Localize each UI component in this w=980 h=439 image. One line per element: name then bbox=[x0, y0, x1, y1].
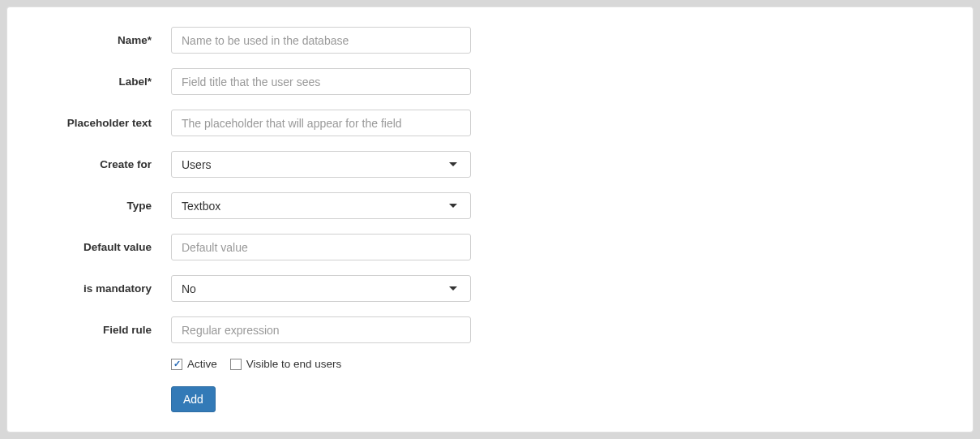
caret-down-icon bbox=[449, 162, 457, 166]
control-field-rule bbox=[171, 316, 471, 343]
default-value-input[interactable] bbox=[171, 234, 471, 260]
action-row: Add bbox=[171, 386, 953, 412]
label-create-for: Create for bbox=[27, 158, 171, 170]
row-create-for: Create for Users bbox=[27, 151, 953, 178]
label-placeholder-text: Placeholder text bbox=[27, 117, 171, 129]
control-label bbox=[171, 68, 471, 95]
checkbox-active[interactable] bbox=[171, 359, 182, 370]
control-placeholder-text bbox=[171, 110, 471, 136]
label-label: Label* bbox=[27, 75, 171, 88]
caret-down-icon bbox=[449, 286, 457, 291]
checkbox-visible-label: Visible to end users bbox=[246, 358, 342, 370]
control-is-mandatory: No bbox=[171, 275, 471, 302]
label-default-value: Default value bbox=[27, 241, 171, 253]
type-select[interactable]: Textbox bbox=[171, 192, 471, 219]
control-name bbox=[171, 27, 471, 54]
row-name: Name* bbox=[27, 27, 953, 54]
is-mandatory-select[interactable]: No bbox=[171, 275, 471, 302]
form-card: Name* Label* Placeholder text Create for… bbox=[6, 6, 974, 433]
row-field-rule: Field rule bbox=[27, 316, 953, 343]
control-default-value bbox=[171, 234, 471, 260]
caret-down-icon bbox=[449, 204, 457, 208]
row-placeholder-text: Placeholder text bbox=[27, 110, 953, 136]
add-button[interactable]: Add bbox=[171, 386, 216, 412]
checkbox-active-item: Active bbox=[171, 358, 217, 370]
label-input[interactable] bbox=[171, 68, 471, 95]
is-mandatory-value: No bbox=[182, 282, 449, 295]
placeholder-text-input[interactable] bbox=[171, 110, 471, 136]
name-input[interactable] bbox=[171, 27, 471, 54]
checkbox-active-label: Active bbox=[187, 358, 217, 370]
checkbox-visible-item: Visible to end users bbox=[230, 358, 342, 370]
control-create-for: Users bbox=[171, 151, 471, 178]
row-is-mandatory: is mandatory No bbox=[27, 275, 953, 302]
row-type: Type Textbox bbox=[27, 192, 953, 219]
create-for-value: Users bbox=[182, 158, 449, 171]
control-type: Textbox bbox=[171, 192, 471, 219]
label-field-rule: Field rule bbox=[27, 324, 171, 336]
field-rule-input[interactable] bbox=[171, 316, 471, 343]
checkbox-row: Active Visible to end users bbox=[171, 358, 953, 370]
row-label: Label* bbox=[27, 68, 953, 95]
label-type: Type bbox=[27, 200, 171, 212]
label-is-mandatory: is mandatory bbox=[27, 282, 171, 295]
create-for-select[interactable]: Users bbox=[171, 151, 471, 178]
row-default-value: Default value bbox=[27, 234, 953, 260]
checkbox-visible[interactable] bbox=[230, 359, 242, 370]
type-value: Textbox bbox=[182, 200, 449, 213]
label-name: Name* bbox=[27, 34, 171, 46]
